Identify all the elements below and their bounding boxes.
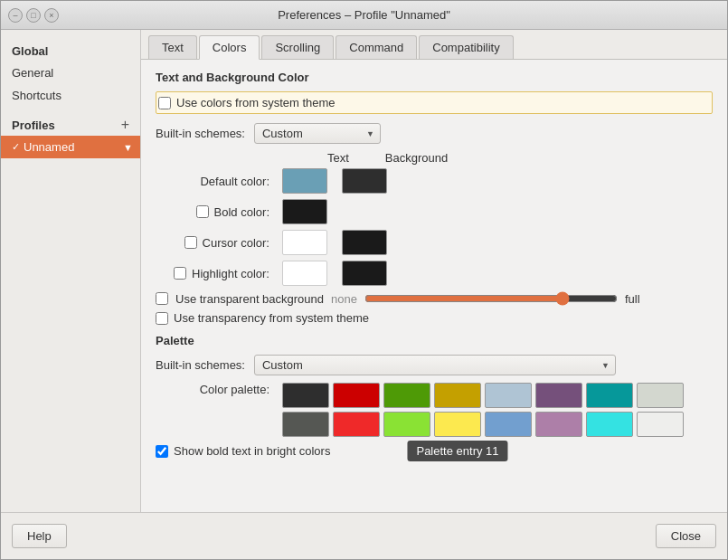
palette-section: Palette Built-in schemes: Custom Color p…	[156, 334, 713, 458]
system-transparency-checkbox[interactable]	[156, 312, 168, 325]
palette-swatch-13[interactable]	[535, 412, 582, 437]
builtin-schemes-label: Built-in schemes:	[156, 127, 245, 140]
color-palette-row: Color palette:	[156, 383, 713, 437]
palette-builtin-select-wrapper: Custom	[254, 355, 616, 375]
palette-swatch-3[interactable]	[434, 383, 481, 408]
highlight-color-checkbox[interactable]	[174, 267, 186, 280]
highlight-color-row: Highlight color:	[156, 261, 713, 286]
builtin-schemes-select[interactable]: Custom	[254, 123, 381, 144]
transparent-bg-label: Use transparent background	[175, 292, 324, 306]
palette-section-title: Palette	[156, 334, 713, 347]
use-system-colors-label: Use colors from system theme	[176, 96, 336, 109]
bottom-bar: Help Close	[1, 512, 727, 559]
sidebar-item-profile-unnamed[interactable]: ✓ Unnamed ▼	[1, 136, 140, 158]
sidebar-item-general[interactable]: General	[1, 62, 140, 84]
default-bg-color-swatch[interactable]	[342, 168, 387, 194]
palette-swatch-1[interactable]	[333, 383, 380, 408]
builtin-schemes-row: Built-in schemes: Custom	[156, 123, 713, 144]
profile-active-icon: ✓	[12, 141, 20, 153]
show-bold-checkbox[interactable]	[156, 445, 168, 458]
use-system-colors-row: Use colors from system theme	[156, 91, 713, 114]
close-button[interactable]: Close	[656, 524, 716, 548]
window-title: Preferences – Profile "Unnamed"	[59, 8, 669, 22]
tabs-bar: Text Colors Scrolling Command Compatibil…	[141, 30, 727, 60]
tab-compatibility[interactable]: Compatibility	[419, 35, 513, 59]
builtin-schemes-select-wrapper: Custom	[254, 123, 381, 144]
palette-builtin-schemes-row: Built-in schemes: Custom	[156, 355, 713, 375]
show-bold-label: Show bold text in bright colors	[174, 444, 330, 458]
palette-swatch-10[interactable]	[383, 412, 430, 437]
palette-swatch-6[interactable]	[586, 383, 633, 408]
tab-scrolling[interactable]: Scrolling	[261, 35, 334, 59]
highlight-bg-color-swatch[interactable]	[342, 261, 387, 286]
system-transparency-label: Use transparency from system theme	[174, 311, 369, 325]
cursor-color-label: Cursor color:	[203, 236, 269, 250]
cursor-color-swatches	[282, 230, 387, 255]
highlight-text-color-swatch[interactable]	[282, 261, 327, 286]
system-transparency-row: Use transparency from system theme	[156, 311, 713, 325]
bold-color-swatches	[282, 199, 327, 224]
profile-dropdown-icon[interactable]: ▼	[123, 142, 133, 153]
bold-color-checkbox[interactable]	[196, 205, 209, 218]
default-text-color-swatch[interactable]	[282, 168, 327, 194]
maximize-button[interactable]: □	[26, 8, 41, 23]
main-panel: Text Colors Scrolling Command Compatibil…	[141, 30, 727, 512]
highlight-color-swatches	[282, 261, 387, 286]
palette-swatch-11[interactable]	[434, 412, 481, 437]
transparency-slider[interactable]	[364, 291, 618, 306]
bold-color-row: Bold color:	[156, 199, 713, 224]
cursor-color-row: Cursor color:	[156, 230, 713, 255]
tab-colors[interactable]: Colors	[199, 35, 260, 60]
palette-swatch-7[interactable]	[637, 383, 684, 408]
window-controls: – □ ×	[8, 8, 59, 23]
background-header: Background	[385, 151, 448, 165]
palette-swatch-4[interactable]	[485, 383, 532, 408]
palette-row-2: Palette entry 11	[282, 412, 684, 437]
bold-color-label: Bold color:	[214, 205, 269, 219]
palette-swatch-15[interactable]	[637, 412, 684, 437]
palette-swatch-12[interactable]	[485, 412, 532, 437]
highlight-color-label: Highlight color:	[192, 267, 269, 280]
transparency-none-label: none	[331, 292, 357, 306]
transparency-full-label: full	[625, 292, 640, 306]
color-palette-label: Color palette:	[156, 383, 282, 396]
use-system-colors-checkbox[interactable]	[158, 97, 171, 109]
highlight-color-check-label: Highlight color:	[156, 267, 282, 280]
palette-row-1	[282, 383, 684, 408]
help-button[interactable]: Help	[12, 524, 67, 548]
default-color-row: Default color:	[156, 168, 713, 194]
sidebar-profiles-header: Profiles +	[1, 110, 140, 136]
minimize-button[interactable]: –	[8, 8, 23, 23]
show-bold-row: Show bold text in bright colors	[156, 444, 713, 458]
tab-command[interactable]: Command	[336, 35, 417, 59]
palette-swatch-8[interactable]	[282, 412, 329, 437]
palette-builtin-select[interactable]: Custom	[254, 355, 616, 375]
cursor-color-checkbox[interactable]	[184, 236, 197, 249]
default-color-swatches	[282, 168, 387, 194]
sidebar: Global General Shortcuts Profiles + ✓ Un…	[1, 30, 141, 512]
palette-swatch-5[interactable]	[535, 383, 582, 408]
cursor-bg-color-swatch[interactable]	[342, 230, 387, 255]
add-profile-button[interactable]: +	[121, 118, 129, 132]
bold-color-check-label: Bold color:	[156, 205, 282, 219]
text-header: Text	[327, 151, 349, 165]
panel-content: Text and Background Color Use colors fro…	[141, 60, 727, 512]
content-area: Global General Shortcuts Profiles + ✓ Un…	[1, 30, 727, 512]
profile-name: Unnamed	[24, 140, 74, 154]
transparent-bg-checkbox[interactable]	[156, 292, 168, 305]
bold-text-color-swatch[interactable]	[282, 199, 327, 224]
close-window-button[interactable]: ×	[44, 8, 59, 23]
sidebar-profiles-label: Profiles	[12, 119, 55, 132]
sidebar-global-header: Global	[1, 37, 140, 62]
palette-swatch-14[interactable]	[586, 412, 633, 437]
default-color-label: Default color:	[156, 175, 282, 188]
palette-swatch-9[interactable]	[333, 412, 380, 437]
cursor-text-color-swatch[interactable]	[282, 230, 327, 255]
palette-swatches-grid: Palette entry 11	[282, 383, 684, 437]
tab-text[interactable]: Text	[148, 35, 197, 59]
palette-swatch-0[interactable]	[282, 383, 329, 408]
main-window: – □ × Preferences – Profile "Unnamed" Gl…	[0, 0, 728, 560]
palette-swatch-2[interactable]	[383, 383, 430, 408]
titlebar: – □ × Preferences – Profile "Unnamed"	[1, 1, 727, 30]
sidebar-item-shortcuts[interactable]: Shortcuts	[1, 84, 140, 107]
